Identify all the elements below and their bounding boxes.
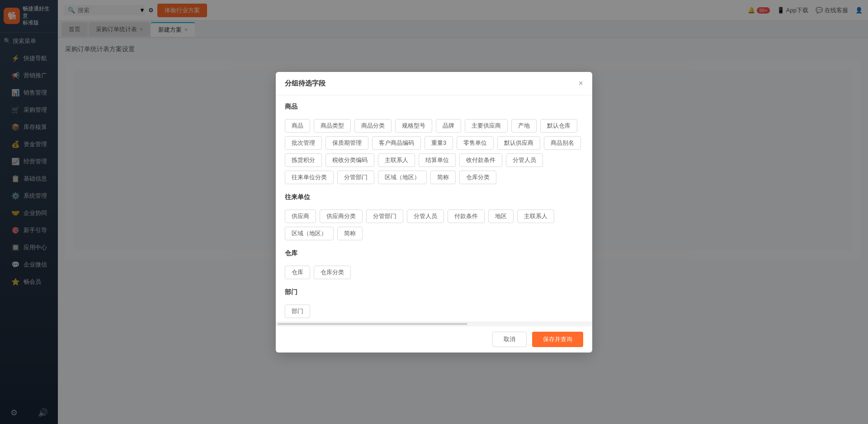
field-tag-goods-22[interactable]: 分管部门 <box>337 171 374 184</box>
field-tag-goods-25[interactable]: 仓库分类 <box>459 171 496 184</box>
field-tag-goods-16[interactable]: 税收分类编码 <box>326 153 374 167</box>
modal-close-button[interactable]: × <box>578 79 583 87</box>
field-tag-goods-23[interactable]: 区域（地区） <box>378 171 427 184</box>
field-tag-goods-24[interactable]: 简称 <box>430 171 456 184</box>
field-group-warehouse: 仓库仓库仓库分类 <box>285 249 583 279</box>
field-tag-partner-2[interactable]: 分管部门 <box>366 210 403 223</box>
field-tag-goods-12[interactable]: 零售单位 <box>457 136 494 150</box>
field-tag-partner-0[interactable]: 供应商 <box>285 210 316 223</box>
field-tags-goods: 商品商品类型商品分类规格型号品牌主要供应商产地默认仓库批次管理保质期管理客户商品… <box>285 119 583 184</box>
field-tag-goods-8[interactable]: 批次管理 <box>285 136 322 150</box>
field-tag-goods-9[interactable]: 保质期管理 <box>326 136 368 150</box>
field-group-partner: 往来单位供应商供应商分类分管部门分管人员付款条件地区主联系人区域（地区）简称 <box>285 193 583 240</box>
field-tag-goods-0[interactable]: 商品 <box>285 119 310 133</box>
field-tag-goods-3[interactable]: 规格型号 <box>395 119 432 133</box>
field-group-goods: 商品商品商品类型商品分类规格型号品牌主要供应商产地默认仓库批次管理保质期管理客户… <box>285 103 583 184</box>
field-tag-goods-20[interactable]: 分管人员 <box>506 153 543 167</box>
modal-header: 分组待选字段 × <box>276 72 592 95</box>
field-group-title-goods: 商品 <box>285 103 583 114</box>
field-tags-department: 部门 <box>285 305 583 318</box>
field-tag-goods-11[interactable]: 重量3 <box>425 136 453 150</box>
field-tag-partner-1[interactable]: 供应商分类 <box>320 210 363 223</box>
field-tag-partner-4[interactable]: 付款条件 <box>448 210 485 223</box>
field-tags-warehouse: 仓库仓库分类 <box>285 266 583 279</box>
field-tag-goods-2[interactable]: 商品分类 <box>354 119 392 133</box>
modal-body: 商品商品商品类型商品分类规格型号品牌主要供应商产地默认仓库批次管理保质期管理客户… <box>276 95 592 322</box>
field-tag-warehouse-1[interactable]: 仓库分类 <box>314 266 351 279</box>
field-tag-goods-5[interactable]: 主要供应商 <box>465 119 508 133</box>
field-group-title-warehouse: 仓库 <box>285 249 583 260</box>
field-tag-goods-7[interactable]: 默认仓库 <box>540 119 577 133</box>
cancel-button[interactable]: 取消 <box>492 332 527 347</box>
confirm-button[interactable]: 保存并查询 <box>532 332 583 347</box>
field-tag-goods-19[interactable]: 收付款条件 <box>459 153 502 167</box>
field-tag-partner-6[interactable]: 主联系人 <box>517 210 554 223</box>
field-group-title-partner: 往来单位 <box>285 193 583 204</box>
field-tag-goods-21[interactable]: 往来单位分类 <box>285 171 334 184</box>
modal: 分组待选字段 × 商品商品商品类型商品分类规格型号品牌主要供应商产地默认仓库批次… <box>276 72 592 353</box>
field-tag-goods-14[interactable]: 商品别名 <box>544 136 581 150</box>
field-group-department: 部门部门 <box>285 288 583 318</box>
field-tag-partner-8[interactable]: 简称 <box>337 227 363 240</box>
field-tag-partner-5[interactable]: 地区 <box>488 210 514 223</box>
field-tag-goods-17[interactable]: 主联系人 <box>378 153 415 167</box>
field-tag-partner-3[interactable]: 分管人员 <box>407 210 444 223</box>
field-tag-warehouse-0[interactable]: 仓库 <box>285 266 310 279</box>
field-group-title-department: 部门 <box>285 288 583 299</box>
field-tag-goods-4[interactable]: 品牌 <box>436 119 461 133</box>
field-tag-goods-1[interactable]: 商品类型 <box>314 119 351 133</box>
field-tag-goods-10[interactable]: 客户商品编码 <box>372 136 421 150</box>
modal-title: 分组待选字段 <box>285 79 326 88</box>
field-tag-partner-7[interactable]: 区域（地区） <box>285 227 334 240</box>
field-tag-department-0[interactable]: 部门 <box>285 305 310 318</box>
modal-horizontal-scrollbar[interactable] <box>276 322 592 326</box>
field-tag-goods-13[interactable]: 默认供应商 <box>497 136 540 150</box>
field-tag-goods-18[interactable]: 结算单位 <box>419 153 456 167</box>
modal-overlay: 分组待选字段 × 商品商品商品类型商品分类规格型号品牌主要供应商产地默认仓库批次… <box>0 0 868 424</box>
field-tag-goods-6[interactable]: 产地 <box>511 119 537 133</box>
field-tags-partner: 供应商供应商分类分管部门分管人员付款条件地区主联系人区域（地区）简称 <box>285 210 583 240</box>
modal-footer: 取消 保存并查询 <box>276 326 592 353</box>
field-tag-goods-15[interactable]: 拣货积分 <box>285 153 322 167</box>
